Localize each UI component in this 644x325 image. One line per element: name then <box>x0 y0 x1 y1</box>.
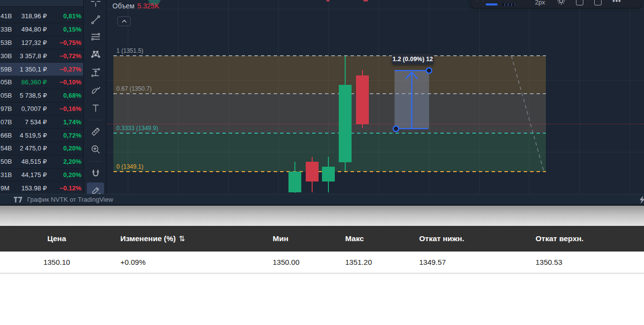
last-price: 4 519,5 ₽ <box>20 132 47 139</box>
price-range-tool-icon[interactable] <box>87 65 104 80</box>
lightning-bolt-icon <box>640 196 644 204</box>
background-color-swatch[interactable] <box>502 3 515 6</box>
last-price: 3 357,8 ₽ <box>20 52 47 60</box>
change-percent: −0,10% <box>47 78 81 86</box>
watchlist-row[interactable]: 33B494,80 ₽0,15% <box>0 23 83 36</box>
volume-legend: Объем5.325K <box>112 2 159 10</box>
lock-icon[interactable] <box>576 0 583 5</box>
zoom-in-tool-icon[interactable] <box>87 142 104 157</box>
candle-body <box>356 75 369 124</box>
candle <box>356 70 369 128</box>
more-options-icon[interactable]: ••• <box>612 0 621 5</box>
delete-icon[interactable] <box>594 0 602 5</box>
watchlist-row[interactable]: 9M153.98 ₽−0.12% <box>0 181 83 195</box>
table-header-2[interactable]: Изменение (%)⇅ <box>113 234 261 243</box>
measure-handle-bottom[interactable] <box>394 126 399 132</box>
watchlist-row[interactable]: 05B86,360 ₽−0,10% <box>0 76 83 89</box>
expand-pane-button[interactable] <box>117 16 131 26</box>
watchlist-rows: 41B318,96 ₽0,81%33B494,80 ₽0,15%53B127,3… <box>0 10 83 195</box>
fib-level-line[interactable] <box>113 133 546 134</box>
table-value-6: 1350.53 <box>523 258 644 266</box>
candle-body <box>288 172 301 192</box>
watchlist-row[interactable]: 97B0,7007 ₽−0,16% <box>0 103 83 116</box>
watchlist-row[interactable]: 66B4 519,5 ₽0,72% <box>0 129 83 142</box>
market-cap: 59B <box>0 66 20 73</box>
trend-line-tool-icon[interactable] <box>87 12 104 28</box>
change-percent: −0,72% <box>47 52 81 60</box>
candle-body <box>306 162 319 181</box>
parallel-channel-tool-icon[interactable] <box>87 29 104 45</box>
market-cap: 05B <box>0 92 20 99</box>
trading-chart-widget: 41B318,96 ₽0,81%33B494,80 ₽0,15%53B127,3… <box>0 0 644 206</box>
watchlist-row[interactable]: 41B318,96 ₽0,81% <box>0 10 83 23</box>
measure-arrow[interactable] <box>383 64 442 136</box>
measure-handle-top[interactable] <box>427 68 432 73</box>
xabcd-pattern-tool-icon[interactable] <box>87 46 104 62</box>
fib-level-label: 0 (1349.1) <box>116 163 143 170</box>
gridline <box>107 9 644 9</box>
last-price: 7 534 ₽ <box>20 118 47 126</box>
change-percent: 0,15% <box>47 26 81 33</box>
table-value-4: 1351.20 <box>335 258 409 266</box>
market-cap: 9M <box>0 184 20 192</box>
watchlist-row[interactable]: 50B48,515 ₽2,20% <box>0 155 83 169</box>
table-header-4: Макс <box>335 234 409 243</box>
fib-level-line[interactable] <box>113 93 546 94</box>
sort-icon[interactable]: ⇅ <box>179 234 185 243</box>
line-color-swatch[interactable] <box>486 3 498 5</box>
fib-level-line[interactable] <box>113 55 546 56</box>
text-tool-icon[interactable] <box>87 100 104 116</box>
last-price: 153.98 ₽ <box>20 184 47 192</box>
legend-fragment <box>326 0 329 1</box>
candle <box>288 162 301 193</box>
watchlist-row[interactable]: 30B3 357,8 ₽−0,72% <box>0 49 83 63</box>
last-price: 48,515 ₽ <box>20 158 47 165</box>
table-header-1: Цена <box>0 234 113 243</box>
last-price: 5 738,5 ₽ <box>20 92 47 99</box>
last-price: 127,32 ₽ <box>20 39 47 46</box>
watchlist-row[interactable]: 31B44,175 ₽0,20% <box>0 169 83 182</box>
attribution-bar: График NVTK от TradingView <box>0 194 644 205</box>
fib-zone <box>113 56 546 94</box>
brush-tool-icon[interactable] <box>87 82 104 98</box>
last-price: 318,96 ₽ <box>20 12 47 20</box>
fib-level-label: 1 (1351.5) <box>116 47 143 54</box>
market-cap: 53B <box>0 39 20 46</box>
market-cap: 97B <box>0 105 20 112</box>
watchlist-row[interactable]: 59B1 350,1 ₽−0,27% <box>0 63 83 76</box>
last-price: 86,360 ₽ <box>20 78 47 86</box>
attribution-link[interactable]: График NVTK от TradingView <box>27 196 113 203</box>
drag-handle-icon[interactable]: ⋮⋮ <box>474 0 486 0</box>
current-price-line <box>107 124 644 124</box>
line-width-label[interactable]: 2px <box>535 0 545 6</box>
chart-area[interactable]: 1 (1351.5)0.67 (1350.7)0.3333 (1349.9)0 … <box>107 0 644 194</box>
retracement-table-header: ЦенаИзменение (%)⇅МинМаксОткат нижн.Отка… <box>0 226 644 252</box>
settings-gear-icon[interactable] <box>556 0 566 8</box>
candle <box>339 56 352 171</box>
candle <box>306 157 319 192</box>
change-percent: −0,27% <box>47 66 81 73</box>
widget-bottom-edge <box>0 205 644 206</box>
market-cap: 05B <box>0 78 20 86</box>
watchlist-row[interactable]: 07B7 534 ₽1,74% <box>0 115 83 129</box>
page-gap <box>0 206 644 226</box>
market-cap: 50B <box>0 158 20 165</box>
table-value-2: +0.09% <box>113 258 261 266</box>
watchlist-row[interactable]: 54B2 475,0 ₽0,20% <box>0 142 83 155</box>
change-percent: −0,16% <box>47 105 81 112</box>
cross-line-tool-icon[interactable] <box>87 0 104 12</box>
table-value-5: 1349.57 <box>409 258 523 266</box>
magnet-tool-icon[interactable] <box>87 166 104 181</box>
change-percent: 0,68% <box>47 92 81 99</box>
watchlist-row[interactable]: 05B5 738,5 ₽0,68% <box>0 89 83 103</box>
table-header-6: Откат верхн. <box>523 234 644 243</box>
change-percent: −0.12% <box>47 184 81 192</box>
watchlist-panel: 41B318,96 ₽0,81%33B494,80 ₽0,15%53B127,3… <box>0 0 84 195</box>
table-bottom-divider <box>0 273 644 274</box>
ruler-tool-icon[interactable] <box>87 124 104 140</box>
watchlist-row[interactable]: 53B127,32 ₽−0,75% <box>0 36 83 50</box>
measure-tooltip: 1.2 (0.09%) 12 <box>392 54 433 65</box>
table-header-3: Мин <box>261 234 335 243</box>
toolbar-divider <box>89 120 102 120</box>
change-percent: 2,20% <box>47 158 81 165</box>
